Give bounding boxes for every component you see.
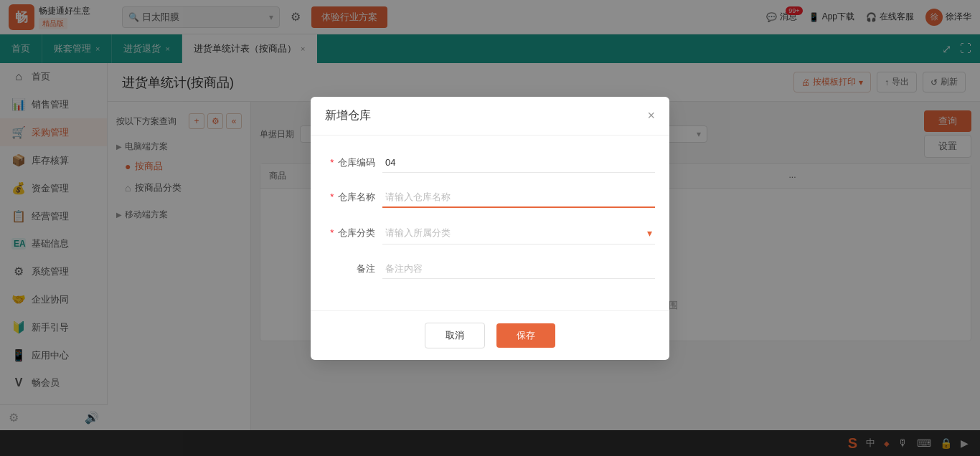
- dialog-header: 新增仓库 ×: [311, 97, 669, 136]
- dialog-close-btn[interactable]: ×: [647, 108, 655, 123]
- dialog-footer: 取消 保存: [311, 310, 669, 360]
- form-row-code: * 仓库编码: [325, 153, 655, 173]
- category-chevron-icon: ▾: [647, 227, 652, 239]
- warehouse-name-input[interactable]: [382, 187, 655, 208]
- form-row-category: * 仓库分类 请输入所属分类 ▾: [325, 222, 655, 244]
- form-row-name: * 仓库名称: [325, 187, 655, 208]
- warehouse-category-select[interactable]: 请输入所属分类 ▾: [382, 222, 655, 244]
- name-label: * 仓库名称: [325, 191, 382, 204]
- warehouse-remark-input[interactable]: [382, 259, 655, 279]
- dialog-title: 新增仓库: [325, 108, 371, 123]
- dialog-body: * 仓库编码 * 仓库名称 * 仓库分类 请输入: [311, 136, 669, 310]
- code-label: * 仓库编码: [325, 156, 382, 169]
- form-row-remark: 备注: [325, 259, 655, 279]
- category-placeholder: 请输入所属分类: [385, 227, 451, 239]
- category-label: * 仓库分类: [325, 227, 382, 239]
- new-warehouse-dialog: 新增仓库 × * 仓库编码 * 仓库名称: [311, 97, 669, 360]
- save-btn[interactable]: 保存: [496, 323, 555, 348]
- warehouse-code-input[interactable]: [382, 153, 655, 173]
- modal-overlay: 新增仓库 × * 仓库编码 * 仓库名称: [0, 0, 980, 456]
- remark-label: 备注: [325, 262, 382, 275]
- cancel-btn[interactable]: 取消: [425, 323, 485, 348]
